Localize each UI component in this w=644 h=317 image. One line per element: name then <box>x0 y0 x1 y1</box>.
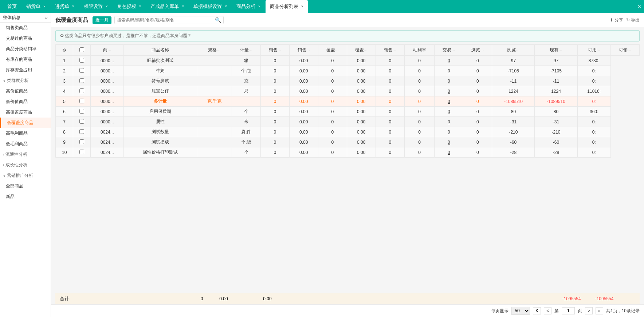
export-button[interactable]: ↻ 导出 <box>626 17 640 23</box>
data-table: ⚙ 商... 商品名称 规格... 计量... 销售... 销售... 覆盖..… <box>55 44 640 158</box>
close-icon[interactable]: × <box>106 0 108 13</box>
table-row: 7 0000... 属性 米 0 0.00 0 0.00 0 0 0 0 <box>56 117 640 127</box>
col-spec-header[interactable]: 规格... <box>197 45 232 56</box>
first-page-button[interactable]: K <box>533 307 541 314</box>
sidebar-item-low-value[interactable]: 低价值商品 <box>0 96 51 107</box>
col-s3-header[interactable]: 覆盖... <box>318 45 347 56</box>
table-row: 1 0000... 旺辅批次测试 箱 0 0.00 0 0.00 0 0 0 0 <box>56 56 640 66</box>
nav-tab-analysis[interactable]: 商品分析 × <box>232 0 265 13</box>
close-icon[interactable]: × <box>258 0 260 13</box>
nav-tab-purchase[interactable]: 进货单 × <box>51 0 79 13</box>
nav-tab-production[interactable]: 产成品入库单 × <box>146 0 188 13</box>
col-available-header[interactable]: 可用... <box>577 45 610 56</box>
sidebar-collapse-button[interactable]: « <box>43 15 49 21</box>
close-all-button[interactable]: × <box>638 3 641 10</box>
per-page-select[interactable]: 50 100 200 <box>511 307 530 315</box>
prev-page-button[interactable]: < <box>544 307 551 314</box>
close-icon[interactable]: × <box>72 0 74 13</box>
row-checkbox[interactable] <box>79 150 84 154</box>
close-icon[interactable]: × <box>301 0 303 13</box>
per-page-label: 每页显示 <box>491 308 508 314</box>
share-button[interactable]: ⬆ 分享 <box>610 17 623 23</box>
chevron-right-icon: › <box>3 152 4 156</box>
row-checkbox[interactable] <box>79 68 84 73</box>
table-row: 6 0000... 启用保质期 个 0 0.00 0 0.00 0 0 0 0 <box>56 107 640 117</box>
search-icon: 🔍 <box>215 17 221 23</box>
sidebar-item-inventory-goods[interactable]: 有库存的商品 <box>0 54 51 65</box>
sidebar-item-traded-goods[interactable]: 交易过的商品 <box>0 33 51 44</box>
col-code-header[interactable]: 商... <box>91 45 124 56</box>
sidebar-item-sales-goods[interactable]: 销售类商品 <box>0 23 51 33</box>
col-settings[interactable]: ⚙ <box>56 45 73 56</box>
row-checkbox[interactable] <box>79 99 84 103</box>
sidebar-item-all-goods[interactable]: 全部商品 <box>0 181 51 191</box>
col-unit-header[interactable]: 计量... <box>232 45 260 56</box>
col-trade-header[interactable]: 交易... <box>435 45 463 56</box>
col-s4-header[interactable]: 覆盖... <box>347 45 376 56</box>
sidebar: 整体信息 « 销售类商品 交易过的商品 商品分类动销率 有库存的商品 库存资金占… <box>0 13 51 317</box>
table-row: 9 0024... 测试提成 个,袋 0 0.00 0 0.00 0 0 0 0 <box>56 137 640 147</box>
col-browse2-header[interactable]: 浏览... <box>492 45 535 56</box>
row-checkbox[interactable] <box>79 109 84 114</box>
col-current-header[interactable]: 现有... <box>535 45 577 56</box>
nav-tab-sales[interactable]: 销货单 × <box>22 0 50 13</box>
sidebar-item-low-coverage[interactable]: 低覆盖度商品 <box>0 118 51 128</box>
row-checkbox[interactable] <box>79 78 84 83</box>
nav-tab-template[interactable]: 单据模板设置 × <box>189 0 231 13</box>
close-icon[interactable]: × <box>225 0 227 13</box>
nav-tab-permissions[interactable]: 权限设置 × <box>79 0 112 13</box>
summary-label: 合计: <box>60 296 89 302</box>
sidebar-group-marketing[interactable]: ∨ 营销推广分析 <box>0 170 51 181</box>
table-row: 8 0024... 测试数量 袋,件 0 0.00 0 0.00 0 0 0 0 <box>56 127 640 137</box>
main-layout: 整体信息 « 销售类商品 交易过的商品 商品分类动销率 有库存的商品 库存资金占… <box>0 13 644 317</box>
sidebar-item-new-goods[interactable]: 新品 <box>0 191 51 202</box>
nav-tab-roles[interactable]: 角色授权 × <box>113 0 146 13</box>
col-s2-header[interactable]: 销售... <box>289 45 318 56</box>
top-navigation: 首页 销货单 × 进货单 × 权限设置 × 角色授权 × 产成品入库单 × 单据… <box>0 0 644 13</box>
summary-current: -1095554 <box>555 296 588 301</box>
page-label: 第 <box>554 308 559 314</box>
chevron-down-icon: ∨ <box>3 79 5 83</box>
sidebar-group-liquidity[interactable]: › 流通性分析 <box>0 149 51 160</box>
search-input[interactable] <box>117 17 213 23</box>
close-icon[interactable]: × <box>182 0 184 13</box>
summary-row: 合计: 0 0.00 0.00 -1095554 -1095554 <box>55 293 640 304</box>
summary-available: -1095554 <box>588 296 621 301</box>
content-area: 低覆盖度商品 近一月 🔍 ⬆ 分享 ↻ 导出 ✿ 这类商品只有很少客户购买过，是… <box>51 13 644 317</box>
sidebar-item-high-coverage[interactable]: 高覆盖度商品 <box>0 107 51 118</box>
col-name-header[interactable]: 商品名称 <box>124 45 197 56</box>
close-icon[interactable]: × <box>43 0 46 13</box>
header-actions: ⬆ 分享 ↻ 导出 <box>610 17 640 23</box>
page-title: 低覆盖度商品 <box>55 17 88 24</box>
close-icon[interactable]: × <box>139 0 141 13</box>
last-page-button[interactable]: » <box>596 307 603 314</box>
select-all-checkbox[interactable] <box>79 47 84 52</box>
nav-tab-analysis-list[interactable]: 商品分析列表 × <box>266 0 308 13</box>
sidebar-item-high-value[interactable]: 高价值商品 <box>0 86 51 96</box>
row-checkbox[interactable] <box>79 88 84 93</box>
col-margin-header[interactable]: 毛利率 <box>404 45 435 56</box>
next-page-button[interactable]: > <box>585 307 593 314</box>
sidebar-group-overall-title: 整体信息 <box>3 15 20 21</box>
col-s5-header[interactable]: 销售... <box>376 45 404 56</box>
table-container[interactable]: ⚙ 商... 商品名称 规格... 计量... 销售... 销售... 覆盖..… <box>55 44 640 293</box>
col-browse1-header[interactable]: 浏览... <box>463 45 492 56</box>
col-s1-header[interactable]: 销售... <box>260 45 289 56</box>
date-filter-button[interactable]: 近一月 <box>93 16 111 24</box>
col-saleable-header[interactable]: 可销... <box>610 45 639 56</box>
sidebar-item-category-rate[interactable]: 商品分类动销率 <box>0 44 51 54</box>
sidebar-item-inventory-capital[interactable]: 库存资金占用 <box>0 65 51 75</box>
row-checkbox[interactable] <box>79 139 84 144</box>
sidebar-item-low-margin[interactable]: 低毛利商品 <box>0 139 51 149</box>
row-checkbox[interactable] <box>79 119 84 124</box>
col-checkbox[interactable] <box>73 45 91 56</box>
row-checkbox[interactable] <box>79 58 84 63</box>
row-checkbox[interactable] <box>79 129 84 134</box>
page-number-input[interactable] <box>562 307 575 314</box>
sidebar-item-high-margin[interactable]: 高毛利商品 <box>0 128 51 139</box>
share-icon: ⬆ <box>610 17 613 23</box>
sidebar-group-cluster-analysis[interactable]: ∨ 类群度分析 <box>0 75 51 86</box>
nav-tab-home[interactable]: 首页 <box>3 0 21 13</box>
sidebar-group-growth[interactable]: › 成长性分析 <box>0 160 51 170</box>
chevron-right-icon: › <box>3 163 4 167</box>
